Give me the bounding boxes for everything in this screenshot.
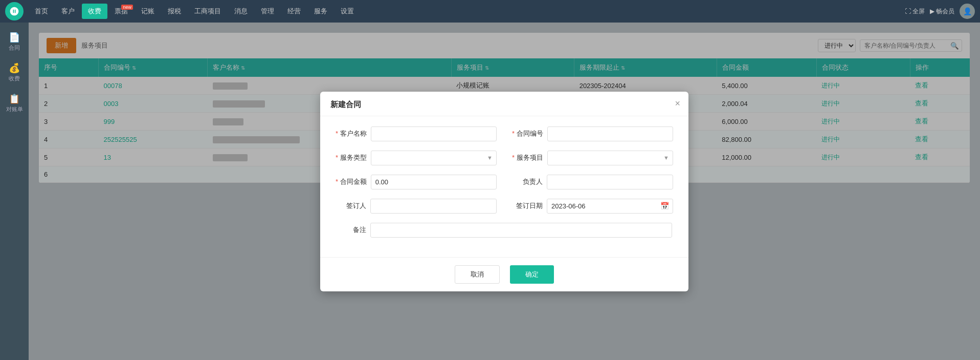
servicetype-select-wrap: ▼ [371, 151, 497, 165]
nav-operation[interactable]: 经营 [281, 4, 307, 19]
contract-icon: 📄 [9, 32, 20, 43]
nav-client[interactable]: 客户 [55, 4, 81, 19]
new-contract-modal: 新建合同 × 客户名称 合同编号 [320, 92, 688, 291]
fullscreen-icon: ⛶ [905, 8, 911, 15]
form-group-contractno: 合同编号 [512, 126, 673, 141]
confirm-button[interactable]: 确定 [510, 265, 554, 284]
signdate-input[interactable] [547, 199, 673, 214]
serviceitem-label: 服务项目 [512, 153, 543, 162]
signer-input[interactable] [370, 199, 497, 214]
nav-account[interactable]: 记账 [135, 4, 161, 19]
nav-right: ⛶ 全屏 ▶ 畅会员 👤 [905, 4, 975, 19]
form-group-signdate: 签订日期 📅 [512, 199, 673, 214]
nav-invoice[interactable]: 收费 [82, 4, 107, 19]
statement-icon: 📋 [9, 93, 20, 104]
top-navigation: 首页 客户 收费 票据 new 记账 报税 工商项目 消息 管理 经营 服务 设… [0, 0, 980, 23]
nav-items: 首页 客户 收费 票据 new 记账 报税 工商项目 消息 管理 经营 服务 设… [29, 4, 905, 19]
modal-footer: 取消 确定 [320, 257, 688, 291]
signer-label: 签订人 [336, 201, 366, 210]
avatar[interactable]: 👤 [960, 4, 975, 19]
fullscreen-button[interactable]: ⛶ 全屏 [905, 7, 925, 16]
serviceitem-select[interactable] [547, 151, 673, 165]
nav-manage[interactable]: 管理 [255, 4, 280, 19]
form-group-clientname: 客户名称 [336, 126, 497, 141]
sidebar-item-statement[interactable]: 📋 对账单 [2, 89, 27, 117]
form-group-remark: 备注 [336, 223, 673, 238]
amount-input[interactable] [371, 175, 497, 189]
sidebar-item-contract[interactable]: 📄 合同 [2, 28, 27, 56]
nav-tax[interactable]: 报税 [162, 4, 187, 19]
owner-label: 负责人 [512, 177, 543, 186]
nav-settings[interactable]: 设置 [335, 4, 360, 19]
form-group-signer: 签订人 [336, 199, 497, 214]
member-button[interactable]: ▶ 畅会员 [930, 7, 954, 16]
modal-title: 新建合同 [320, 92, 688, 116]
contractno-label: 合同编号 [512, 129, 543, 138]
nav-service[interactable]: 服务 [308, 4, 333, 19]
amount-label: 合同金额 [336, 177, 367, 186]
form-group-amount: 合同金额 [336, 175, 497, 189]
signdate-wrap: 📅 [547, 199, 673, 214]
nav-ticket[interactable]: 票据 new [108, 4, 134, 19]
sidebar-item-fee[interactable]: 💰 收费 [2, 58, 27, 87]
nav-message[interactable]: 消息 [228, 4, 254, 19]
serviceitem-select-wrap: ▼ [547, 151, 673, 165]
modal-body: 客户名称 合同编号 服务类型 [320, 116, 688, 257]
form-row-1: 客户名称 合同编号 [336, 126, 673, 141]
play-icon: ▶ [930, 8, 934, 15]
main-layout: 📄 合同 💰 收费 📋 对账单 新增 服务项目 进行中已完成全部 🔍 [0, 23, 980, 360]
servicetype-select[interactable] [371, 151, 497, 165]
form-row-3: 合同金额 负责人 [336, 175, 673, 189]
form-group-owner: 负责人 [512, 175, 673, 189]
modal-overlay: 新建合同 × 客户名称 合同编号 [29, 23, 980, 360]
form-group-servicetype: 服务类型 ▼ [336, 151, 497, 165]
clientname-label: 客户名称 [336, 129, 367, 138]
form-row-2: 服务类型 ▼ 服务项目 [336, 151, 673, 165]
nav-home[interactable]: 首页 [29, 4, 54, 19]
form-group-serviceitem: 服务项目 ▼ [512, 151, 673, 165]
remark-label: 备注 [336, 225, 366, 235]
clientname-input[interactable] [371, 126, 497, 141]
new-badge: new [121, 5, 133, 10]
modal-close-button[interactable]: × [675, 99, 680, 108]
app-logo[interactable] [5, 2, 24, 20]
nav-business[interactable]: 工商项目 [188, 4, 227, 19]
signdate-label: 签订日期 [512, 201, 543, 210]
servicetype-label: 服务类型 [336, 153, 367, 162]
contractno-input[interactable] [547, 126, 673, 141]
cancel-button[interactable]: 取消 [455, 265, 500, 284]
owner-input[interactable] [547, 175, 673, 189]
form-row-4: 签订人 签订日期 📅 [336, 199, 673, 214]
left-sidebar: 📄 合同 💰 收费 📋 对账单 [0, 23, 29, 360]
remark-input[interactable] [370, 223, 672, 238]
fee-icon: 💰 [9, 62, 20, 74]
content-area: 新增 服务项目 进行中已完成全部 🔍 序号 合同编号⇅ 客户名称⇅ [29, 23, 980, 360]
form-row-5: 备注 [336, 223, 673, 238]
